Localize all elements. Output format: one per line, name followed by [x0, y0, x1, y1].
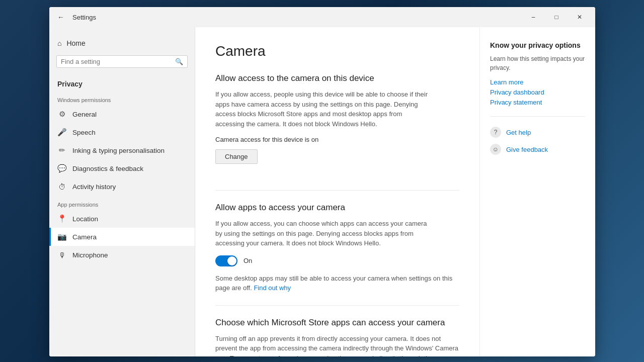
sidebar-item-label: Inking & typing personalisation: [72, 147, 165, 154]
sidebar-item-inking[interactable]: ✏ Inking & typing personalisation: [49, 141, 195, 159]
privacy-label: Privacy: [49, 75, 195, 91]
app-permissions-label: App permissions: [49, 196, 195, 210]
get-help-label: Get help: [506, 129, 531, 136]
sidebar-item-home[interactable]: ⌂ Home: [49, 35, 195, 51]
camera-icon: 📷: [57, 232, 66, 241]
search-icon[interactable]: 🔍: [175, 58, 183, 65]
maximize-button[interactable]: □: [545, 9, 568, 25]
speech-icon: 🎤: [57, 128, 66, 137]
sidebar-item-label: Diagnostics & feedback: [72, 165, 143, 172]
panel-desc: Learn how this setting impacts your priv…: [490, 54, 585, 72]
sidebar-item-diagnostics[interactable]: 💬 Diagnostics & feedback: [49, 159, 195, 177]
panel-section-title: Know your privacy options: [490, 41, 585, 49]
toggle-knob: [227, 256, 236, 265]
right-panel: Know your privacy options Learn how this…: [479, 27, 595, 356]
get-help-action[interactable]: ? Get help: [490, 127, 585, 138]
section1-desc: If you allow access, people using this d…: [215, 89, 432, 129]
home-icon: ⌂: [57, 39, 61, 47]
learn-more-link[interactable]: Learn more: [490, 78, 585, 86]
inking-icon: ✏: [57, 146, 66, 155]
page-title: Camera: [215, 43, 459, 59]
section3-desc: Turning off an app prevents it from dire…: [215, 334, 459, 357]
sidebar-item-camera[interactable]: 📷 Camera: [49, 228, 195, 246]
window-title: Settings: [72, 14, 522, 21]
diagnostics-icon: 💬: [57, 164, 66, 173]
general-icon: ⚙: [57, 110, 66, 119]
content-area: ⌂ Home 🔍 Privacy Windows permissions ⚙ G…: [49, 27, 595, 356]
sidebar-item-speech[interactable]: 🎤 Speech: [49, 123, 195, 141]
sidebar: ⌂ Home 🔍 Privacy Windows permissions ⚙ G…: [49, 27, 195, 356]
sidebar-item-label: Camera: [72, 233, 97, 241]
section2-title: Allow apps to access your camera: [215, 203, 459, 213]
section1-title: Allow access to the camera on this devic…: [215, 73, 459, 83]
back-icon: ←: [57, 13, 64, 21]
minimize-button[interactable]: –: [522, 9, 545, 25]
find-out-why-link[interactable]: Find out why: [254, 284, 291, 292]
privacy-dashboard-link[interactable]: Privacy dashboard: [490, 88, 585, 96]
change-button[interactable]: Change: [215, 149, 258, 164]
windows-permissions-label: Windows permissions: [49, 91, 195, 105]
titlebar: ← Settings – □ ✕: [49, 7, 595, 27]
give-feedback-action[interactable]: ☺ Give feedback: [490, 144, 585, 155]
camera-status: Camera access for this device is on: [215, 136, 459, 143]
location-icon: 📍: [57, 214, 66, 223]
sidebar-home-label: Home: [66, 39, 85, 47]
settings-window: ← Settings – □ ✕ ⌂ Home 🔍 Pr: [49, 7, 595, 356]
sidebar-item-label: Location: [72, 215, 98, 223]
close-button[interactable]: ✕: [568, 9, 591, 25]
section2-desc: If you allow access, you can choose whic…: [215, 219, 432, 248]
sidebar-item-general[interactable]: ⚙ General: [49, 105, 195, 123]
search-input[interactable]: [61, 58, 172, 65]
privacy-statement-link[interactable]: Privacy statement: [490, 99, 585, 106]
sidebar-item-label: Microphone: [72, 251, 108, 259]
titlebar-controls: – □ ✕: [522, 9, 591, 25]
camera-toggle-row: On: [215, 255, 459, 266]
give-feedback-label: Give feedback: [506, 146, 548, 153]
sidebar-item-label: General: [72, 111, 97, 118]
sidebar-item-microphone[interactable]: 🎙 Microphone: [49, 246, 195, 264]
sidebar-item-activity[interactable]: ⏱ Activity history: [49, 177, 195, 196]
panel-divider: [490, 116, 585, 117]
main-content: Camera Allow access to the camera on thi…: [195, 27, 479, 356]
divider2: [215, 305, 459, 306]
sidebar-item-label: Speech: [72, 129, 96, 136]
feedback-icon: ☺: [490, 144, 501, 155]
section3-title: Choose which Microsoft Store apps can ac…: [215, 318, 459, 328]
microphone-icon: 🎙: [57, 250, 66, 259]
sidebar-item-label: Activity history: [72, 183, 116, 191]
back-button[interactable]: ←: [53, 10, 68, 25]
camera-toggle[interactable]: [215, 255, 237, 266]
help-icon: ?: [490, 127, 501, 138]
note-text: Some desktop apps may still be able to a…: [215, 274, 459, 293]
activity-icon: ⏱: [57, 182, 66, 191]
search-box: 🔍: [56, 55, 188, 68]
sidebar-item-location[interactable]: 📍 Location: [49, 210, 195, 228]
divider1: [215, 190, 459, 191]
toggle-label: On: [244, 257, 252, 264]
